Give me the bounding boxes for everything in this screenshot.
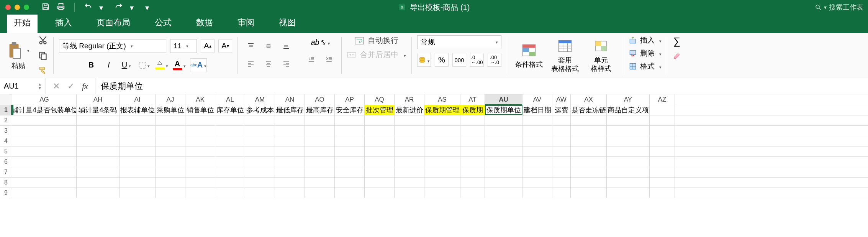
cell-AH2[interactable] <box>77 115 120 125</box>
cell-AQ8[interactable] <box>365 178 395 188</box>
cell-AW1[interactable]: 运费 <box>552 105 571 115</box>
cell-AV9[interactable] <box>522 188 552 198</box>
cell-AQ6[interactable] <box>365 157 395 167</box>
cell-AN1[interactable]: 最低库存 <box>275 105 305 115</box>
delete-cells-button[interactable]: 删除 <box>629 48 662 58</box>
cell-AK5[interactable] <box>185 146 215 156</box>
cell-AS1[interactable]: 保质期管理 <box>424 105 460 115</box>
column-header-AQ[interactable]: AQ <box>365 94 395 105</box>
cell-AM2[interactable] <box>245 115 275 125</box>
cell-AX9[interactable] <box>571 188 607 198</box>
format-cells-button[interactable]: 格式 <box>629 61 662 71</box>
cell-AY1[interactable]: 商品自定义项 <box>607 105 650 115</box>
font-name-select[interactable]: 等线 Regular (正文) <box>59 39 166 53</box>
cell-AJ4[interactable] <box>156 136 185 146</box>
cell-AM6[interactable] <box>245 157 275 167</box>
cell-AR4[interactable] <box>395 136 424 146</box>
format-painter-icon[interactable] <box>38 66 48 76</box>
cell-AY4[interactable] <box>607 136 650 146</box>
close-window-button[interactable] <box>5 5 11 10</box>
cell-AH1[interactable]: 辅计量4条码 <box>77 105 120 115</box>
cell-AT2[interactable] <box>460 115 485 125</box>
column-header-AG[interactable]: AG <box>12 94 77 105</box>
cell-AP8[interactable] <box>335 178 365 188</box>
number-format-select[interactable]: 常规 <box>417 35 501 49</box>
cell-AU8[interactable] <box>485 178 522 188</box>
fx-icon[interactable]: fx <box>82 81 88 91</box>
cell-AX1[interactable]: 是否走冻链 <box>571 105 607 115</box>
cell-AW7[interactable] <box>552 167 571 177</box>
cell-AI5[interactable] <box>120 146 156 156</box>
column-header-AM[interactable]: AM <box>245 94 275 105</box>
column-header-AN[interactable]: AN <box>275 94 305 105</box>
cell-AO9[interactable] <box>305 188 335 198</box>
cell-AZ1[interactable] <box>650 105 675 115</box>
format-table-button[interactable]: 套用 表格格式 <box>549 38 581 73</box>
cell-AL4[interactable] <box>215 136 245 146</box>
cell-AV2[interactable] <box>522 115 552 125</box>
column-header-AJ[interactable]: AJ <box>156 94 185 105</box>
cell-AT9[interactable] <box>460 188 485 198</box>
percent-button[interactable]: % <box>435 53 449 67</box>
cell-AR7[interactable] <box>395 167 424 177</box>
cell-AR2[interactable] <box>395 115 424 125</box>
cell-AQ4[interactable] <box>365 136 395 146</box>
cell-AP1[interactable]: 安全库存 <box>335 105 365 115</box>
cell-AU3[interactable] <box>485 126 522 136</box>
paste-dropdown-icon[interactable] <box>26 46 29 54</box>
cell-AK6[interactable] <box>185 157 215 167</box>
align-top-icon[interactable] <box>243 39 259 53</box>
cell-AS7[interactable] <box>424 167 460 177</box>
cell-AN4[interactable] <box>275 136 305 146</box>
cell-AM9[interactable] <box>245 188 275 198</box>
cell-AU9[interactable] <box>485 188 522 198</box>
cell-AG8[interactable] <box>12 178 77 188</box>
tab-layout[interactable]: 页面布局 <box>90 13 137 33</box>
cell-AJ2[interactable] <box>156 115 185 125</box>
cell-AK9[interactable] <box>185 188 215 198</box>
row-header-5[interactable]: 5 <box>0 146 12 156</box>
cell-AR1[interactable]: 最新进价 <box>395 105 424 115</box>
currency-button[interactable] <box>417 53 431 67</box>
cell-AK7[interactable] <box>185 167 215 177</box>
cell-AY7[interactable] <box>607 167 650 177</box>
cell-AH7[interactable] <box>77 167 120 177</box>
formula-input[interactable]: 保质期单位 <box>95 78 868 94</box>
cell-AQ2[interactable] <box>365 115 395 125</box>
cell-AU5[interactable] <box>485 146 522 156</box>
cell-AL8[interactable] <box>215 178 245 188</box>
align-right-icon[interactable] <box>278 57 294 71</box>
cell-AH3[interactable] <box>77 126 120 136</box>
row-header-6[interactable]: 6 <box>0 157 12 167</box>
cell-AU7[interactable] <box>485 167 522 177</box>
cell-AR9[interactable] <box>395 188 424 198</box>
cell-AI1[interactable]: 报表辅单位 <box>120 105 156 115</box>
row-header-3[interactable]: 3 <box>0 126 12 136</box>
minimize-window-button[interactable] <box>15 5 20 10</box>
copy-icon[interactable] <box>38 51 48 61</box>
cell-AX4[interactable] <box>571 136 607 146</box>
save-icon[interactable] <box>41 2 50 13</box>
column-header-AP[interactable]: AP <box>335 94 365 105</box>
cell-AS9[interactable] <box>424 188 460 198</box>
cell-AT6[interactable] <box>460 157 485 167</box>
column-header-AY[interactable]: AY <box>607 94 650 105</box>
cell-AI7[interactable] <box>120 167 156 177</box>
cell-AR5[interactable] <box>395 146 424 156</box>
cell-AW6[interactable] <box>552 157 571 167</box>
cell-AO1[interactable]: 最高库存 <box>305 105 335 115</box>
cell-AL6[interactable] <box>215 157 245 167</box>
decrease-indent-icon[interactable] <box>305 53 318 67</box>
cell-AZ8[interactable] <box>650 178 675 188</box>
search-box[interactable]: ▾ 搜索工作表 <box>815 3 863 12</box>
cell-AX6[interactable] <box>571 157 607 167</box>
cell-AV5[interactable] <box>522 146 552 156</box>
border-button[interactable] <box>137 58 151 72</box>
decrease-font-icon[interactable]: A▾ <box>218 39 232 53</box>
tab-view[interactable]: 视图 <box>272 13 303 33</box>
select-all-corner[interactable] <box>0 94 12 105</box>
cell-AW2[interactable] <box>552 115 571 125</box>
cell-AM3[interactable] <box>245 126 275 136</box>
row-header-4[interactable]: 4 <box>0 136 12 146</box>
row-header-7[interactable]: 7 <box>0 167 12 177</box>
